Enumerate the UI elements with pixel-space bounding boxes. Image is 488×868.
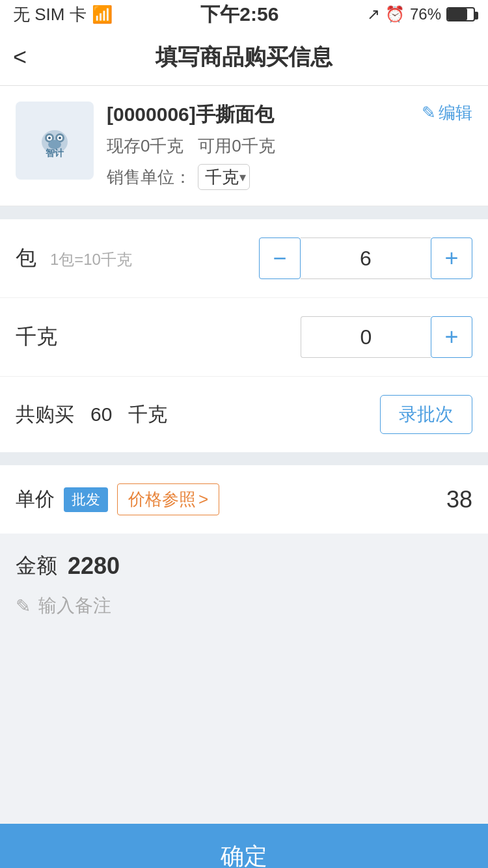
price-reference-button[interactable]: 价格参照 > <box>117 483 219 515</box>
price-label: 单价 <box>16 486 55 513</box>
wifi-icon: 📶 <box>92 5 113 25</box>
quantity-control-kg: + <box>301 316 472 358</box>
amount-value: 2280 <box>68 552 120 580</box>
nav-bar: < 填写商品购买信息 <box>0 29 488 86</box>
quantity-section: 包 1包=10千克 − + 千克 + 共购买 60 千克 录批次 <box>0 219 488 452</box>
quantity-row-kg: 千克 + <box>0 298 488 377</box>
price-section: 单价 批发 价格参照 > 38 <box>0 465 488 534</box>
quantity-input-kg[interactable] <box>301 316 431 358</box>
amount-label: 金额 <box>16 552 57 580</box>
increment-kg-button[interactable]: + <box>431 316 472 358</box>
back-button[interactable]: < <box>13 44 27 71</box>
quantity-hint-bag: 1包=10千克 <box>50 251 132 268</box>
total-value: 60 <box>90 403 112 425</box>
product-name: [0000006]手撕面包 <box>107 102 472 128</box>
product-unit: 销售单位： 千克 包 <box>107 164 472 190</box>
remark-placeholder: 输入备注 <box>38 593 111 618</box>
quantity-row-bag: 包 1包=10千克 − + <box>0 219 488 298</box>
amount-row: 金额 2280 <box>16 552 472 580</box>
status-right: ↗ ⏰ 76% <box>367 5 475 23</box>
price-tag: 批发 <box>64 487 108 512</box>
svg-point-6 <box>59 137 61 139</box>
section-divider-2 <box>0 452 488 465</box>
unit-select-wrapper[interactable]: 千克 包 <box>198 164 250 190</box>
amount-section: 金额 2280 ✎ 输入备注 <box>0 534 488 629</box>
location-icon: ↗ <box>367 5 380 23</box>
alarm-icon: ⏰ <box>385 5 405 23</box>
carrier-text: 无 SIM 卡 <box>13 3 87 26</box>
quantity-label-kg: 千克 <box>16 323 301 351</box>
product-stock: 现存0千克 可用0千克 <box>107 135 472 157</box>
remark-row[interactable]: ✎ 输入备注 <box>16 593 472 618</box>
price-value: 38 <box>446 486 472 513</box>
quantity-control-bag: − + <box>259 237 472 279</box>
confirm-button[interactable]: 确定 <box>0 824 488 868</box>
section-divider-1 <box>0 206 488 219</box>
quantity-input-bag[interactable] <box>301 237 431 279</box>
product-image: 智计 <box>16 102 94 180</box>
svg-point-5 <box>48 137 51 139</box>
status-bar: 无 SIM 卡 📶 下午2:56 ↗ ⏰ 76% <box>0 0 488 29</box>
price-ref-chevron: > <box>198 489 208 509</box>
svg-text:智计: 智计 <box>45 148 64 158</box>
unit-select[interactable]: 千克 包 <box>198 164 250 190</box>
product-card: 智计 [0000006]手撕面包 现存0千克 可用0千克 销售单位： 千克 包 … <box>0 86 488 206</box>
quantity-label-bag: 包 1包=10千克 <box>16 244 259 273</box>
empty-space <box>0 629 488 824</box>
battery-icon <box>446 7 475 21</box>
page-title: 填写商品购买信息 <box>156 42 332 72</box>
increment-bag-button[interactable]: + <box>431 237 472 279</box>
remark-edit-icon: ✎ <box>16 595 31 617</box>
status-carrier: 无 SIM 卡 📶 <box>13 3 113 26</box>
record-batch-button[interactable]: 录批次 <box>380 395 472 434</box>
edit-icon: ✎ <box>422 103 436 123</box>
edit-button[interactable]: ✎ 编辑 <box>422 102 472 124</box>
price-left: 单价 批发 价格参照 > <box>16 483 219 515</box>
product-logo-icon: 智计 <box>35 121 74 160</box>
decrement-bag-button[interactable]: − <box>259 237 301 279</box>
total-row: 共购买 60 千克 录批次 <box>0 377 488 452</box>
price-row: 单价 批发 价格参照 > 38 <box>16 483 472 515</box>
status-time: 下午2:56 <box>200 1 278 28</box>
battery-text: 76% <box>410 5 441 23</box>
product-info: [0000006]手撕面包 现存0千克 可用0千克 销售单位： 千克 包 <box>107 102 472 190</box>
total-label: 共购买 60 千克 <box>16 401 167 428</box>
